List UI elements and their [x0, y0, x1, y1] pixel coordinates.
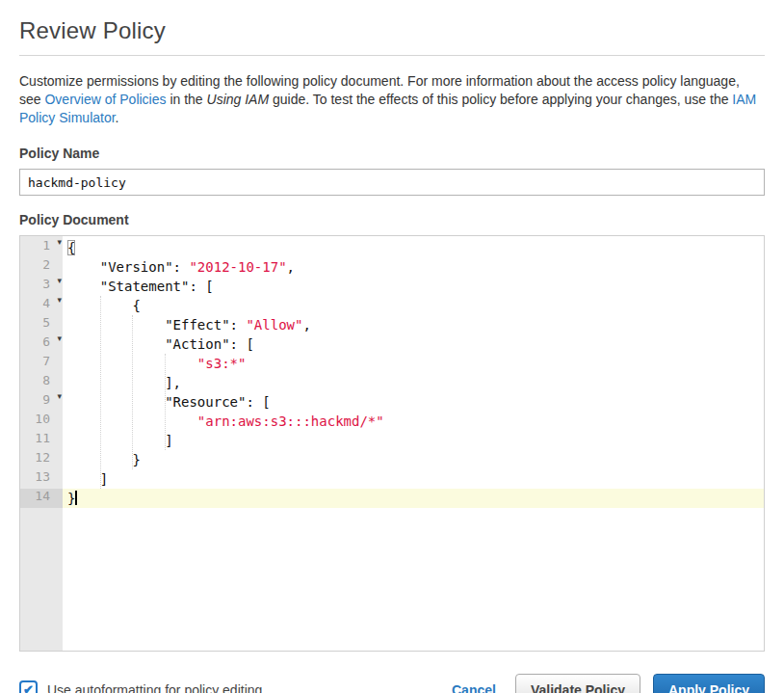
footer-actions: ✔ Use autoformatting for policy editing …	[19, 674, 765, 693]
code-line[interactable]: "arn:aws:s3:::hackmd/*"	[63, 412, 764, 431]
gutter-line-number: 1▾	[20, 238, 63, 257]
apply-policy-button[interactable]: Apply Policy	[653, 674, 765, 693]
code-line[interactable]: ]	[63, 469, 764, 489]
code-token-string: "Allow"	[246, 317, 302, 333]
code-line[interactable]: "Effect": "Allow",	[63, 315, 764, 334]
code-token-string: "2012-10-17"	[189, 259, 286, 275]
intro-segment: guide. To test the effects of this polic…	[269, 92, 732, 107]
code-line[interactable]: {	[63, 296, 764, 315]
autoformat-label: Use autoformatting for policy editing	[47, 682, 262, 693]
gutter-line-number: 8	[20, 373, 63, 392]
code-line[interactable]: "Resource": [	[63, 392, 764, 412]
policy-document-editor[interactable]: 1▾23▾4▾56▾789▾1011121314 { "Version": "2…	[19, 235, 765, 652]
fold-toggle-icon[interactable]: ▾	[57, 295, 62, 305]
code-token: "Version":	[67, 259, 189, 275]
policy-document-label: Policy Document	[19, 212, 765, 227]
autoformat-checkbox[interactable]: ✔	[19, 680, 38, 693]
fold-toggle-icon[interactable]: ▾	[57, 237, 62, 247]
gutter-line-number: 3▾	[20, 277, 63, 296]
overview-of-policies-link[interactable]: Overview of Policies	[44, 92, 166, 107]
code-line[interactable]: }	[63, 489, 764, 508]
policy-name-input[interactable]	[19, 169, 765, 196]
code-line[interactable]: }	[63, 450, 764, 469]
gutter-line-number: 14	[20, 489, 63, 508]
gutter-line-number: 12	[20, 450, 63, 469]
editor-gutter: 1▾23▾4▾56▾789▾1011121314	[20, 236, 63, 651]
gutter-line-number: 9▾	[20, 392, 63, 412]
action-buttons: Cancel Validate Policy Apply Policy	[452, 674, 765, 693]
policy-name-label: Policy Name	[19, 146, 765, 161]
fold-toggle-icon[interactable]: ▾	[57, 333, 62, 343]
code-line[interactable]: "Version": "2012-10-17",	[63, 257, 764, 277]
indent-guide	[165, 354, 166, 450]
gutter-line-number: 7	[20, 354, 63, 373]
intro-text: Customize permissions by editing the fol…	[19, 72, 765, 127]
gutter-line-number: 10	[20, 412, 63, 431]
code-line[interactable]: "Action": [	[63, 334, 764, 354]
code-token: "Action": [	[67, 336, 254, 352]
gutter-line-number: 5	[20, 315, 63, 334]
code-token-string: "s3:*"	[197, 356, 247, 371]
review-policy-page: Review Policy Customize permissions by e…	[0, 0, 784, 693]
intro-segment: .	[116, 110, 119, 125]
code-token: }	[67, 491, 75, 506]
gutter-line-number: 2	[20, 257, 63, 277]
code-token: {	[67, 240, 75, 255]
code-token: {	[67, 298, 141, 313]
gutter-line-number: 4▾	[20, 296, 63, 315]
text-cursor	[75, 491, 77, 505]
indent-guide	[100, 296, 101, 489]
code-token: ,	[302, 317, 310, 333]
editor-code-area[interactable]: { "Version": "2012-10-17", "Statement": …	[63, 236, 764, 651]
code-line[interactable]: {	[63, 238, 764, 257]
indent-guide	[132, 315, 133, 469]
code-line[interactable]: "s3:*"	[63, 354, 764, 373]
autoformat-option: ✔ Use autoformatting for policy editing	[19, 680, 262, 693]
gutter-line-number: 11	[20, 431, 63, 450]
using-iam-guide-name: Using IAM	[207, 92, 270, 107]
code-line[interactable]: ]	[63, 431, 764, 450]
fold-toggle-icon[interactable]: ▾	[57, 391, 62, 401]
cancel-link[interactable]: Cancel	[452, 682, 496, 693]
code-token-string: "arn:aws:s3:::hackmd/*"	[197, 413, 384, 429]
code-token: ,	[287, 259, 295, 275]
intro-segment: in the	[167, 92, 207, 107]
code-token: ]	[67, 433, 173, 448]
code-line[interactable]: "Statement": [	[63, 277, 764, 296]
code-token: "Statement": [	[67, 279, 214, 294]
fold-toggle-icon[interactable]: ▾	[57, 276, 62, 285]
code-token: "Resource": [	[67, 394, 271, 410]
page-title: Review Policy	[19, 17, 765, 44]
gutter-line-number: 13	[20, 469, 63, 489]
title-divider	[19, 55, 765, 56]
gutter-line-number: 6▾	[20, 334, 63, 354]
validate-policy-button[interactable]: Validate Policy	[515, 674, 640, 693]
code-token: }	[67, 452, 141, 467]
code-token: "Effect":	[67, 317, 246, 333]
code-token: ]	[67, 471, 108, 487]
code-line[interactable]: ],	[63, 373, 764, 392]
